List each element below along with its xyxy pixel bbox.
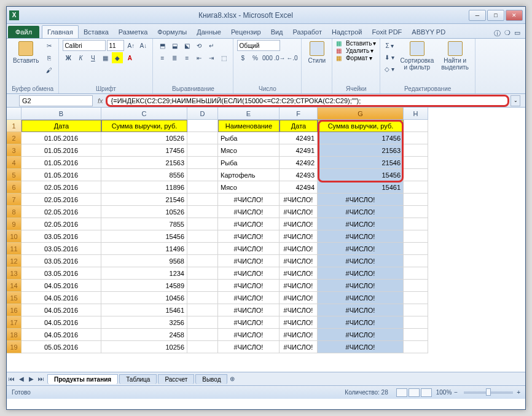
align-bottom-button[interactable]: ⬕ (181, 40, 192, 51)
cell-D14[interactable] (187, 280, 218, 292)
sheet-nav-prev[interactable]: ◀ (17, 374, 26, 384)
cell-H11[interactable] (404, 243, 428, 255)
row-header-5[interactable]: 5 (7, 169, 22, 181)
cell-C5[interactable]: 8556 (101, 169, 187, 181)
cell-G8[interactable]: #ЧИСЛО! (318, 206, 404, 218)
cell-B12[interactable]: 03.05.2016 (22, 255, 101, 267)
cell-D4[interactable] (187, 157, 218, 169)
delete-cells-button[interactable]: ▦ Удалить ▾ (336, 47, 374, 54)
italic-button[interactable]: К (75, 52, 86, 63)
cell-H1[interactable] (404, 120, 428, 132)
cell-B8[interactable]: 02.05.2016 (22, 206, 101, 218)
cell-F19[interactable]: #ЧИСЛО! (280, 341, 318, 353)
cell-F6[interactable]: 42494 (280, 181, 318, 194)
tab-data[interactable]: Данные (192, 26, 226, 38)
increase-decimal-button[interactable]: .0→ (274, 52, 285, 63)
cell-C7[interactable]: 21546 (101, 194, 187, 206)
column-header-G[interactable]: G (318, 108, 404, 120)
cell-F10[interactable]: #ЧИСЛО! (280, 230, 318, 243)
column-header-F[interactable]: F (280, 108, 318, 120)
column-header-H[interactable]: H (404, 108, 428, 120)
cell-C6[interactable]: 11896 (101, 181, 187, 194)
expand-formula-bar-button[interactable]: ⌄ (510, 95, 520, 106)
cell-E19[interactable]: #ЧИСЛО! (218, 341, 280, 353)
cell-G1[interactable]: Сумма выручки, руб. (318, 120, 404, 132)
row-header-11[interactable]: 11 (7, 243, 22, 255)
name-box[interactable]: G2 (19, 95, 93, 106)
align-middle-button[interactable]: ⬓ (169, 40, 180, 51)
font-color-button[interactable]: A (124, 52, 135, 63)
column-header-E[interactable]: E (218, 108, 280, 120)
cell-H19[interactable] (404, 341, 428, 353)
cell-G12[interactable]: #ЧИСЛО! (318, 255, 404, 267)
cell-H18[interactable] (404, 329, 428, 341)
tab-home[interactable]: Главная (42, 25, 79, 38)
cell-B7[interactable]: 02.05.2016 (22, 194, 101, 206)
comma-button[interactable]: 000 (262, 52, 273, 63)
cell-C4[interactable]: 21563 (101, 157, 187, 169)
sort-filter-button[interactable]: Сортировка и фильтр (397, 40, 436, 72)
tab-layout[interactable]: Разметка (114, 26, 153, 38)
cell-G7[interactable]: #ЧИСЛО! (318, 194, 404, 206)
cell-D3[interactable] (187, 144, 218, 157)
cell-G3[interactable]: 21563 (318, 144, 404, 157)
row-header-3[interactable]: 3 (7, 144, 22, 157)
cell-G9[interactable]: #ЧИСЛО! (318, 218, 404, 230)
cell-F12[interactable]: #ЧИСЛО! (280, 255, 318, 267)
cell-B19[interactable]: 05.05.2016 (22, 341, 101, 353)
currency-button[interactable]: $ (237, 52, 248, 63)
row-header-7[interactable]: 7 (7, 194, 22, 206)
align-top-button[interactable]: ⬒ (157, 40, 168, 51)
cell-G2[interactable]: 17456 (318, 132, 404, 144)
cell-H4[interactable] (404, 157, 428, 169)
zoom-level[interactable]: 100% (436, 389, 452, 396)
row-header-14[interactable]: 14 (7, 280, 22, 292)
fill-button[interactable]: ⬇ ▾ (384, 52, 395, 63)
underline-button[interactable]: Ч (87, 52, 98, 63)
row-header-18[interactable]: 18 (7, 329, 22, 341)
row-header-12[interactable]: 12 (7, 255, 22, 267)
cell-H16[interactable] (404, 304, 428, 316)
tab-formulas[interactable]: Формулы (152, 26, 192, 38)
cell-G11[interactable]: #ЧИСЛО! (318, 243, 404, 255)
cell-E2[interactable]: Рыба (218, 132, 280, 144)
cell-F18[interactable]: #ЧИСЛО! (280, 329, 318, 341)
cell-D7[interactable] (187, 194, 218, 206)
cell-F7[interactable]: #ЧИСЛО! (280, 194, 318, 206)
row-header-4[interactable]: 4 (7, 157, 22, 169)
cell-C2[interactable]: 10526 (101, 132, 187, 144)
close-button[interactable]: ✕ (506, 10, 523, 21)
column-header-D[interactable]: D (187, 108, 218, 120)
cell-D12[interactable] (187, 255, 218, 267)
align-right-button[interactable]: ≡ (181, 52, 192, 63)
cell-H3[interactable] (404, 144, 428, 157)
font-name-combo[interactable] (63, 40, 106, 51)
cell-D6[interactable] (187, 181, 218, 194)
tab-view[interactable]: Вид (266, 26, 288, 38)
cell-E14[interactable]: #ЧИСЛО! (218, 280, 280, 292)
cell-F14[interactable]: #ЧИСЛО! (280, 280, 318, 292)
new-sheet-button[interactable]: ⊕ (227, 374, 237, 384)
cut-button[interactable]: ✂ (44, 40, 55, 51)
cell-E13[interactable]: #ЧИСЛО! (218, 267, 280, 280)
cell-G17[interactable]: #ЧИСЛО! (318, 316, 404, 329)
number-format-combo[interactable] (237, 40, 280, 51)
cell-E7[interactable]: #ЧИСЛО! (218, 194, 280, 206)
border-button[interactable]: ▦ (100, 52, 111, 63)
tab-developer[interactable]: Разработ (288, 26, 327, 38)
cell-H5[interactable] (404, 169, 428, 181)
cell-E12[interactable]: #ЧИСЛО! (218, 255, 280, 267)
decrease-font-button[interactable]: A↓ (138, 40, 149, 51)
cell-F16[interactable]: #ЧИСЛО! (280, 304, 318, 316)
cell-C17[interactable]: 3256 (101, 316, 187, 329)
sheet-nav-next[interactable]: ▶ (26, 374, 36, 384)
find-select-button[interactable]: Найти и выделить (439, 40, 471, 72)
zoom-in-button[interactable]: + (517, 389, 520, 396)
cell-D19[interactable] (187, 341, 218, 353)
cell-C1[interactable]: Сумма выручки, руб. (101, 120, 187, 132)
cell-H2[interactable] (404, 132, 428, 144)
cell-D5[interactable] (187, 169, 218, 181)
formula-bar[interactable]: {=ИНДЕКС(C2:C29;НАИМЕНЬШИЙ(ЕСЛИ(15000<=C… (106, 95, 509, 107)
cell-H9[interactable] (404, 218, 428, 230)
sheet-tab-2[interactable]: Рассчет (158, 374, 194, 384)
